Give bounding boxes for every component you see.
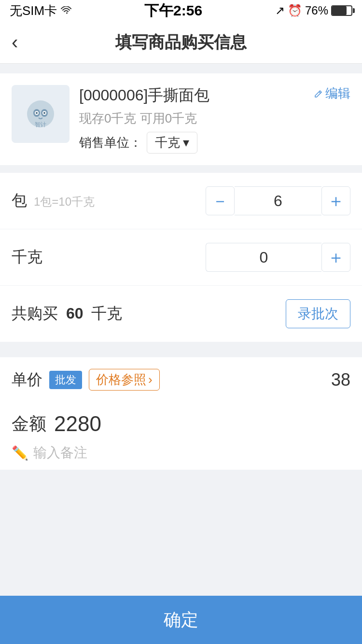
status-bar: 无SIM卡 下午2:56 ↗ ⏰ 76% <box>0 0 362 21</box>
nav-bar: ‹ 填写商品购买信息 <box>0 21 362 64</box>
price-value: 38 <box>331 370 350 390</box>
remark-placeholder: 输入备注 <box>33 444 87 462</box>
divider-1 <box>0 165 362 173</box>
edit-button[interactable]: 编辑 <box>314 85 350 102</box>
status-right: ↗ ⏰ 76% <box>275 4 352 17</box>
product-name: [0000006]手撕面包 <box>79 85 209 106</box>
wifi-icon <box>61 3 71 18</box>
bao-quantity-control: － ＋ <box>206 186 350 215</box>
kg-label: 千克 <box>12 247 42 268</box>
bao-quantity-input[interactable] <box>235 186 321 215</box>
bao-quantity-row: 包 1包=10千克 － ＋ <box>0 173 362 229</box>
price-row: 单价 批发 价格参照 › 38 <box>0 357 362 398</box>
kg-quantity-row: 千克 ＋ <box>0 229 362 286</box>
quantity-section: 包 1包=10千克 － ＋ 千克 ＋ <box>0 173 362 286</box>
price-section: 单价 批发 价格参照 › 38 <box>0 357 362 398</box>
kg-plus-button[interactable]: ＋ <box>321 243 350 272</box>
price-label: 单价 <box>12 369 42 391</box>
bao-hint: 1包=10千克 <box>34 194 95 210</box>
record-batch-button[interactable]: 录批次 <box>286 299 350 328</box>
amount-label: 金额 <box>12 412 46 436</box>
battery-icon <box>331 5 352 16</box>
product-name-row: [0000006]手撕面包 编辑 <box>79 85 350 106</box>
product-info: [0000006]手撕面包 编辑 现存0千克 可用0千克 销售单位： 千克 ▾ <box>79 85 350 154</box>
product-card: 智计 [0000006]手撕面包 编辑 现存0千克 可用0千克 销售单位： 千克 <box>0 73 362 165</box>
unit-label: 销售单位： <box>79 134 142 151</box>
kg-quantity-control: ＋ <box>206 243 350 272</box>
svg-text:智计: 智计 <box>35 121 46 128</box>
location-icon: ↗ <box>275 4 285 17</box>
bao-plus-button[interactable]: ＋ <box>321 186 350 215</box>
remark-row[interactable]: ✏️ 输入备注 <box>12 444 350 462</box>
total-qty: 60 <box>66 305 84 322</box>
status-left: 无SIM卡 <box>10 2 71 19</box>
chevron-down-icon: ▾ <box>183 135 189 150</box>
amount-value: 2280 <box>54 412 101 436</box>
confirm-button[interactable]: 确定 <box>0 596 362 644</box>
bao-minus-button[interactable]: － <box>206 186 235 215</box>
divider-2 <box>0 342 362 350</box>
product-image: 智计 <box>12 85 70 143</box>
chevron-right-icon: › <box>148 372 153 387</box>
content-area: 智计 [0000006]手撕面包 编辑 现存0千克 可用0千克 销售单位： 千克 <box>0 73 362 528</box>
back-button[interactable]: ‹ <box>12 31 18 53</box>
price-tag: 批发 <box>49 371 82 389</box>
alarm-icon: ⏰ <box>288 4 302 17</box>
kg-quantity-input[interactable] <box>206 243 321 272</box>
svg-point-6 <box>43 112 45 114</box>
status-time: 下午2:56 <box>144 1 202 21</box>
page-title: 填写商品购买信息 <box>115 31 247 54</box>
product-stock: 现存0千克 可用0千克 <box>79 110 350 127</box>
svg-point-5 <box>36 112 38 114</box>
pencil-icon: ✏️ <box>12 445 28 461</box>
product-unit-row: 销售单位： 千克 ▾ <box>79 132 350 154</box>
total-row: 共购买 60 千克 录批次 <box>0 286 362 342</box>
amount-row: 金额 2280 <box>12 412 350 436</box>
total-label: 共购买 60 千克 <box>12 303 122 324</box>
battery-pct: 76% <box>305 4 328 17</box>
unit-select[interactable]: 千克 ▾ <box>147 132 197 154</box>
amount-section: 金额 2280 ✏️ 输入备注 <box>0 398 362 470</box>
carrier-text: 无SIM卡 <box>10 2 57 19</box>
price-ref-button[interactable]: 价格参照 › <box>89 369 160 391</box>
bao-label: 包 1包=10千克 <box>12 190 95 211</box>
